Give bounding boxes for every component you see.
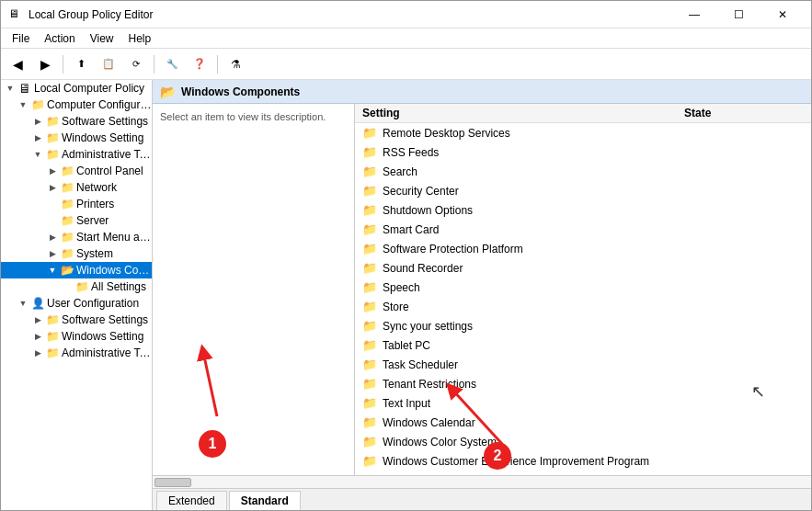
tree-software-settings[interactable]: ▶ 📁 Software Settings — [1, 113, 152, 130]
tree-user-windows[interactable]: ▶ 📁 Windows Setting — [1, 328, 152, 345]
list-item[interactable]: 📁 Task Scheduler — [355, 355, 811, 374]
control-panel-icon: 📁 — [60, 165, 74, 177]
item-name: Windows Defender SmartScreen — [383, 474, 693, 476]
list-item[interactable]: 📁 Windows Defender SmartScreen — [355, 471, 811, 475]
up-button[interactable]: ⬆ — [68, 52, 94, 76]
back-button[interactable]: ◀ — [5, 52, 30, 76]
help-icon-button[interactable]: ❓ — [187, 52, 212, 76]
user-admin-label: Administrative Te... — [62, 346, 152, 359]
windows-comp-expander: ▼ — [45, 266, 60, 275]
h-scrollbar-thumb[interactable] — [154, 478, 191, 487]
title-bar: 🖥 Local Group Policy Editor — ☐ ✕ — [1, 1, 811, 28]
list-item[interactable]: 📁 RSS Feeds — [355, 142, 811, 162]
item-name: RSS Feeds — [383, 146, 693, 159]
col-state-header: State — [684, 107, 795, 119]
minimize-button[interactable]: — — [673, 1, 715, 28]
list-item[interactable]: 📁 Smart Card — [355, 220, 811, 239]
root-icon: 🖥 — [17, 82, 32, 95]
item-name: Task Scheduler — [383, 358, 693, 371]
menu-view[interactable]: View — [83, 30, 121, 47]
annotation-1-label: 1 — [209, 436, 217, 452]
panel-header-text: Windows Components — [181, 85, 300, 98]
tree-printers[interactable]: 📁 Printers — [1, 196, 152, 212]
menu-action[interactable]: Action — [37, 30, 82, 47]
list-item[interactable]: 📁 Software Protection Platform — [355, 239, 811, 258]
tree-start-menu[interactable]: ▶ 📁 Start Menu ar... — [1, 229, 152, 245]
tree-windows-settings[interactable]: ▶ 📁 Windows Setting — [1, 130, 152, 146]
properties-button[interactable]: 🔧 — [159, 52, 185, 76]
settings-list[interactable]: 📁 Remote Desktop Services 📁 RSS Feeds 📁 … — [355, 123, 811, 475]
item-folder-icon: 📁 — [362, 242, 377, 255]
network-expander: ▶ — [45, 183, 60, 192]
list-item[interactable]: 📁 Windows Color System — [355, 432, 811, 451]
list-item[interactable]: 📁 Speech — [355, 278, 811, 297]
list-item[interactable]: 📁 Remote Desktop Services — [355, 123, 811, 142]
list-item[interactable]: 📁 Sound Recorder — [355, 258, 811, 278]
right-panel: 📂 Windows Components Select an item to v… — [153, 80, 811, 510]
list-item[interactable]: 📁 Text Input — [355, 393, 811, 413]
horizontal-scrollbar[interactable] — [153, 475, 811, 488]
tree-all-settings[interactable]: 📁 All Settings — [1, 278, 152, 295]
item-folder-icon: 📁 — [362, 203, 377, 217]
computer-config-label: Computer Configura... — [47, 98, 152, 111]
tree-system[interactable]: ▶ 📁 System — [1, 245, 152, 262]
description-text: Select an item to view its description. — [160, 111, 326, 122]
start-menu-label: Start Menu ar... — [76, 231, 152, 244]
list-item[interactable]: 📁 Tablet PC — [355, 335, 811, 355]
tree-network[interactable]: ▶ 📁 Network — [1, 179, 152, 196]
show-hide-button[interactable]: 📋 — [96, 52, 121, 76]
list-item[interactable]: 📁 Tenant Restrictions — [355, 374, 811, 393]
list-item[interactable]: 📁 Store — [355, 297, 811, 316]
tree-user-admin[interactable]: ▶ 📁 Administrative Te... — [1, 345, 152, 361]
control-panel-label: Control Panel — [76, 165, 143, 177]
item-name: Windows Customer Experience Improvement … — [383, 455, 693, 468]
list-item[interactable]: 📁 Windows Calendar — [355, 413, 811, 432]
all-settings-label: All Settings — [91, 280, 146, 293]
item-name: Security Center — [383, 185, 693, 198]
menu-file[interactable]: File — [5, 30, 37, 47]
refresh-button[interactable]: ⟳ — [123, 52, 149, 76]
tree-computer-config[interactable]: ▼ 📁 Computer Configura... — [1, 97, 152, 113]
item-name: Sound Recorder — [383, 262, 693, 275]
windows-settings-icon: 📁 — [45, 131, 60, 144]
tab-extended[interactable]: Extended — [156, 491, 227, 510]
item-folder-icon: 📁 — [362, 319, 377, 333]
maximize-button[interactable]: ☐ — [717, 1, 760, 28]
item-name: Software Protection Platform — [383, 243, 693, 255]
user-config-label: User Configuration — [47, 297, 139, 310]
item-name: Text Input — [383, 397, 693, 410]
item-name: Remote Desktop Services — [383, 127, 693, 140]
list-item[interactable]: 📁 Search — [355, 162, 811, 181]
forward-button[interactable]: ▶ — [32, 52, 58, 76]
tree-user-software[interactable]: ▶ 📁 Software Settings — [1, 312, 152, 328]
tree-panel: ▼ 🖥 Local Computer Policy ▼ 📁 Computer C… — [1, 80, 153, 510]
item-folder-icon: 📁 — [362, 261, 377, 275]
computer-config-expander: ▼ — [16, 100, 30, 109]
menu-help[interactable]: Help — [121, 30, 159, 47]
settings-panel: Setting State 📁 Remote Desktop Services … — [355, 104, 811, 475]
tree-admin-templates[interactable]: ▼ 📁 Administrative Te... — [1, 146, 152, 163]
start-menu-icon: 📁 — [60, 231, 74, 244]
filter-button[interactable]: ⚗ — [223, 52, 248, 76]
tree-user-config[interactable]: ▼ 👤 User Configuration — [1, 295, 152, 312]
tab-standard[interactable]: Standard — [229, 491, 301, 510]
list-item[interactable]: 📁 Windows Customer Experience Improvemen… — [355, 451, 811, 471]
tree-control-panel[interactable]: ▶ 📁 Control Panel — [1, 163, 152, 179]
item-name: Tablet PC — [383, 339, 693, 352]
admin-icon: 📁 — [45, 148, 60, 161]
toolbar-separator-3 — [217, 55, 218, 74]
user-admin-expander: ▶ — [30, 348, 45, 358]
menu-bar: File Action View Help — [1, 28, 811, 49]
item-name: Sync your settings — [383, 320, 693, 333]
tree-server[interactable]: 📁 Server — [1, 212, 152, 229]
item-folder-icon: 📁 — [362, 145, 377, 159]
item-folder-icon: 📁 — [362, 473, 377, 475]
tree-root[interactable]: ▼ 🖥 Local Computer Policy — [1, 80, 152, 97]
list-item[interactable]: 📁 Sync your settings — [355, 316, 811, 335]
list-item[interactable]: 📁 Security Center — [355, 181, 811, 200]
close-button[interactable]: ✕ — [761, 1, 804, 28]
control-panel-expander: ▶ — [45, 166, 60, 176]
tree-windows-components[interactable]: ▼ 📂 Windows Con... — [1, 262, 152, 278]
list-item[interactable]: 📁 Shutdown Options — [355, 200, 811, 220]
app-icon: 🖥 — [8, 7, 23, 22]
